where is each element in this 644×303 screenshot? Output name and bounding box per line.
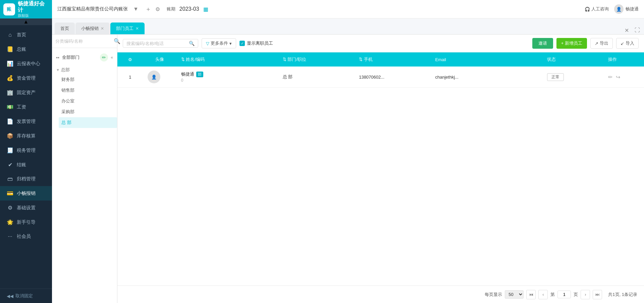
logo-icon: 账 bbox=[3, 3, 15, 15]
dept-parent-item[interactable]: ▼ 总部 bbox=[52, 64, 117, 74]
sidebar-item-label: 资金管理 bbox=[17, 75, 36, 81]
sidebar-item-guide[interactable]: 🌟 新手引导 bbox=[0, 215, 52, 229]
name-badge: 畅捷通 部 bbox=[181, 71, 203, 77]
sidebar-item-label: 结账 bbox=[17, 162, 26, 168]
prev-page-btn[interactable]: ‹ bbox=[538, 290, 548, 299]
col-header-email: Email bbox=[430, 52, 542, 67]
edit-btn[interactable]: ✏ bbox=[608, 74, 612, 80]
chevron-down-icon: ▾ bbox=[229, 41, 232, 46]
dept-search-input[interactable] bbox=[55, 39, 112, 44]
cell-email: chanjethkj... bbox=[430, 67, 542, 88]
cell-dept: 总 部 bbox=[278, 67, 354, 88]
tab-close-icon[interactable]: ✕ bbox=[101, 26, 104, 31]
col-header-name[interactable]: ⇅ 姓名/编码 bbox=[176, 52, 278, 67]
consult-btn[interactable]: 🎧 人工咨询 bbox=[585, 6, 609, 12]
export-icon: ↗ bbox=[595, 41, 598, 46]
dept-collapse-btn[interactable]: « bbox=[111, 55, 113, 60]
dept-child-finance[interactable]: 财务部 bbox=[59, 74, 117, 85]
filter-btn[interactable]: ▽ 更多条件 ▾ bbox=[202, 38, 236, 48]
tab-expense[interactable]: 小畅报销 ✕ bbox=[75, 23, 110, 34]
sidebar-item-expense[interactable]: 💳 小畅报销 bbox=[0, 186, 52, 201]
sidebar-item-ledger[interactable]: 📒 总账 bbox=[0, 42, 52, 56]
calendar-icon[interactable]: ▦ bbox=[203, 6, 208, 12]
dept-child-purchase[interactable]: 采购部 bbox=[59, 106, 117, 117]
col-header-dept[interactable]: ⇅ 部门/职位 bbox=[278, 52, 354, 67]
expand-arrow-icon: ▼ bbox=[56, 68, 60, 72]
more-icon: ··· bbox=[7, 233, 13, 240]
tab-dept-employee[interactable]: 部门员工 ✕ bbox=[110, 23, 145, 34]
home-icon: ⌂ bbox=[7, 32, 13, 38]
page-input[interactable] bbox=[557, 291, 571, 298]
sidebar-item-settings[interactable]: ⚙ 基础设置 bbox=[0, 201, 52, 215]
sidebar-item-label: 库存核算 bbox=[17, 133, 36, 139]
sidebar: 账 畅捷通好会计 旗舰版 ▲ ⌂ 首页 📒 总账 📊 云报表中心 💰 资金管理 … bbox=[0, 0, 52, 303]
sidebar-item-reports[interactable]: 📊 云报表中心 bbox=[0, 56, 52, 71]
add-company-btn[interactable]: ＋ bbox=[145, 5, 151, 13]
page-label: 第 bbox=[550, 292, 555, 298]
dept-child-office[interactable]: 办公室 bbox=[59, 96, 117, 106]
capital-icon: 💰 bbox=[7, 75, 13, 81]
expense-icon: 💳 bbox=[7, 190, 13, 197]
main-area: 江西服宝精品有限责任公司内账张 ▼ ＋ ⚙ 账期 2023-03 ▦ 🎧 人工咨… bbox=[52, 0, 644, 303]
search-icon[interactable]: 🔍 bbox=[189, 41, 195, 46]
tabbar: 首页 小畅报销 ✕ 部门员工 ✕ ✕ ⛶ bbox=[52, 18, 644, 35]
col-header-phone[interactable]: ⇅ 手机 bbox=[354, 52, 430, 67]
settings-icon: ⚙ bbox=[7, 205, 13, 211]
last-page-btn[interactable]: ⏭ bbox=[593, 290, 602, 299]
pin-icon: ◀◀ bbox=[7, 294, 13, 299]
show-resigned-toggle[interactable]: ✓ 显示离职员工 bbox=[239, 40, 273, 46]
import-btn[interactable]: ↙ 导入 bbox=[616, 38, 639, 49]
sidebar-item-fixed[interactable]: 🏢 固定资产 bbox=[0, 85, 52, 100]
sidebar-item-home[interactable]: ⌂ 首页 bbox=[0, 28, 52, 42]
table-row: 1 👤 畅捷通 部 0 总 部 bbox=[117, 67, 644, 88]
cancel-pin[interactable]: ◀◀ 取消固定 bbox=[0, 289, 52, 303]
invite-btn[interactable]: 邀请 bbox=[532, 38, 553, 49]
sidebar-item-tax[interactable]: 🧾 税务管理 bbox=[0, 143, 52, 158]
close-all-btn[interactable]: ✕ bbox=[623, 26, 631, 34]
sidebar-item-label: 首页 bbox=[17, 32, 26, 38]
employee-code: 0 bbox=[181, 78, 273, 83]
avatar-circle: 👤 bbox=[148, 71, 160, 83]
dept-edit-btn[interactable]: ✏ bbox=[100, 53, 108, 61]
cell-status: 正常 bbox=[542, 67, 603, 88]
tax-icon: 🧾 bbox=[7, 147, 13, 154]
sidebar-item-label: 工资 bbox=[17, 104, 26, 110]
scroll-up[interactable]: ▲ bbox=[0, 18, 52, 25]
export-btn[interactable]: ↗ 导出 bbox=[590, 38, 613, 49]
next-page-btn[interactable]: › bbox=[581, 290, 590, 299]
col-header-action: 操作 bbox=[603, 52, 644, 67]
tab-home[interactable]: 首页 bbox=[55, 23, 75, 34]
employee-name: 畅捷通 bbox=[181, 71, 194, 77]
dept-child-sales[interactable]: 销售部 bbox=[59, 85, 117, 96]
logout-btn[interactable]: ↪ bbox=[616, 74, 620, 80]
sidebar-item-archive[interactable]: 🗃 归档管理 bbox=[0, 172, 52, 186]
sidebar-item-invoice[interactable]: 📄 发票管理 bbox=[0, 114, 52, 129]
add-employee-btn[interactable]: + 新增员工 bbox=[556, 38, 587, 49]
tab-label: 部门员工 bbox=[116, 26, 133, 32]
sidebar-item-inventory[interactable]: 📦 库存核算 bbox=[0, 129, 52, 143]
first-page-btn[interactable]: ⏮ bbox=[526, 290, 536, 299]
sidebar-item-capital[interactable]: 💰 资金管理 bbox=[0, 71, 52, 85]
per-page-select[interactable]: 50 100 200 bbox=[505, 290, 524, 299]
headphone-icon: 🎧 bbox=[585, 7, 590, 12]
employee-toolbar: 🔍 ▽ 更多条件 ▾ ✓ 显示离职员工 邀请 + 新增员工 ↗ 导出 bbox=[117, 35, 644, 52]
user-menu[interactable]: 👤 畅捷通 bbox=[614, 4, 639, 14]
sidebar-item-more[interactable]: ··· 社会员 bbox=[0, 229, 52, 244]
employee-search-input[interactable] bbox=[126, 41, 187, 46]
col-header-status: 状态 bbox=[542, 52, 603, 67]
company-dropdown[interactable]: ▼ bbox=[133, 6, 139, 12]
period-label: 账期 bbox=[167, 6, 175, 12]
dept-child-general[interactable]: 总 部 bbox=[59, 117, 117, 128]
all-dept-item[interactable]: ▪▪ 全部部门 ✏ « bbox=[52, 51, 117, 64]
tab-close-active-icon[interactable]: ✕ bbox=[136, 26, 139, 31]
settings-icon[interactable]: ⚙ bbox=[155, 6, 160, 12]
cell-phone: 138070602... bbox=[354, 67, 430, 88]
per-page-label: 每页显示 bbox=[485, 292, 502, 298]
dept-group: ▼ 总部 财务部 销售部 办公室 采购部 总 部 bbox=[52, 64, 117, 128]
topbar-right: 🎧 人工咨询 👤 畅捷通 bbox=[585, 4, 639, 14]
cell-no: 1 bbox=[117, 67, 143, 88]
ledger-icon: 📒 bbox=[7, 46, 13, 52]
expand-btn[interactable]: ⛶ bbox=[633, 26, 641, 34]
sidebar-item-salary[interactable]: 💵 工资 bbox=[0, 100, 52, 114]
sidebar-item-checkout[interactable]: ✔ 结账 bbox=[0, 158, 52, 172]
